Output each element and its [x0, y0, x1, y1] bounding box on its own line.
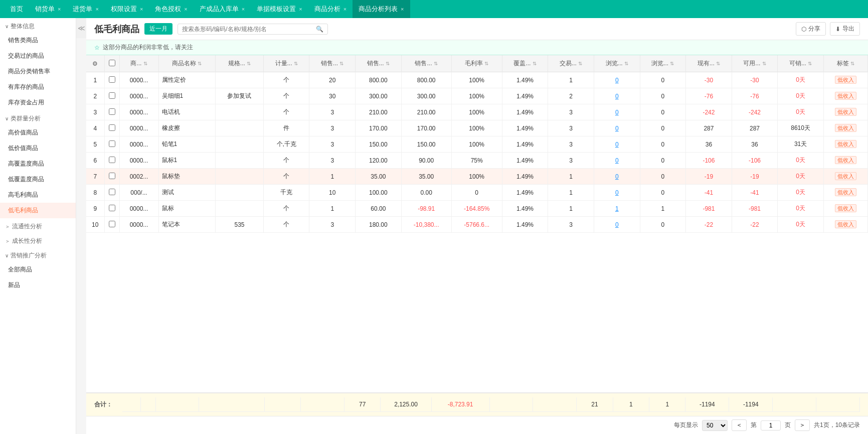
nav-item-permission[interactable]: 权限设置 × — [105, 0, 149, 18]
col-tag[interactable]: 标签 ⇅ — [823, 55, 867, 72]
nav-item-analysis-list[interactable]: 商品分析列表 × — [353, 0, 410, 18]
row-view1[interactable]: 0 — [594, 153, 640, 169]
col-trade[interactable]: 交易... ⇅ — [548, 55, 594, 72]
row-view1[interactable]: 0 — [594, 88, 640, 104]
next-page-button[interactable]: ＞ — [795, 419, 810, 431]
col-view2[interactable]: 浏览... ⇅ — [640, 55, 686, 72]
row-sales-price: 170.00 — [356, 120, 402, 136]
sidebar-item-high-profit[interactable]: 高毛利商品 — [0, 187, 76, 203]
sidebar-item-traded-goods[interactable]: 交易过的商品 — [0, 48, 76, 64]
col-gross-rate[interactable]: 毛利率 ⇅ — [451, 55, 502, 72]
sidebar-item-new-goods[interactable]: 新品 — [0, 277, 76, 293]
col-check[interactable] — [104, 55, 119, 72]
close-icon[interactable]: × — [184, 6, 187, 12]
sort-icon: ⇅ — [434, 61, 438, 66]
top-nav: 首页 销货单 × 进货单 × 权限设置 × 角色授权 × 产成品入库单 × 单据… — [0, 0, 868, 18]
search-input[interactable] — [182, 26, 316, 33]
nav-item-sales[interactable]: 销货单 × — [29, 0, 67, 18]
search-icon[interactable]: 🔍 — [316, 26, 323, 33]
select-all-checkbox[interactable] — [109, 60, 115, 66]
row-view1[interactable]: 0 — [594, 169, 640, 185]
sidebar-item-high-coverage[interactable]: 高覆盖度商品 — [0, 156, 76, 172]
row-current: -41 — [686, 185, 732, 201]
sidebar-item-high-value[interactable]: 高价值商品 — [0, 125, 76, 140]
chevron-down-icon: ∨ — [5, 24, 9, 29]
col-coverage[interactable]: 覆盖... ⇅ — [502, 55, 548, 72]
col-current[interactable]: 现有... ⇅ — [686, 55, 732, 72]
sidebar-item-stocked-goods[interactable]: 有库存的商品 — [0, 79, 76, 95]
table-row: 8 000/... 测试 千克 10 100.00 0.00 0 1.49% 1… — [86, 185, 868, 201]
time-filter-button[interactable]: 近一月 — [144, 23, 172, 35]
export-button[interactable]: ⬇ 导出 — [830, 22, 860, 36]
sidebar-item-all-goods[interactable]: 全部商品 — [0, 262, 76, 277]
nav-item-product-in[interactable]: 产成品入库单 × — [194, 0, 251, 18]
prev-page-button[interactable]: ＜ — [732, 419, 747, 431]
col-sales-qty[interactable]: 销售... ⇅ — [309, 55, 356, 72]
row-no: 3 — [86, 104, 104, 120]
nav-item-product-analysis[interactable]: 商品分析 × — [308, 0, 353, 18]
sidebar-group-overview[interactable]: ∨ 整体信息 — [0, 18, 76, 33]
row-checkbox[interactable] — [104, 201, 119, 217]
nav-item-role[interactable]: 角色授权 × — [149, 0, 193, 18]
row-view1[interactable]: 0 — [594, 217, 640, 233]
nav-item-home[interactable]: 首页 — [4, 0, 29, 18]
row-spec — [216, 185, 264, 201]
page-size-select[interactable]: 50 10 20 100 — [702, 420, 728, 431]
col-name[interactable]: 商品名称 ⇅ — [158, 55, 216, 72]
pagination-bar: 每页显示 50 10 20 100 ＜ 第 页 ＞ 共1页，10条记录 — [86, 416, 868, 434]
sidebar-group-marketing[interactable]: ∨ 营销推广分析 — [0, 247, 76, 262]
row-checkbox[interactable] — [104, 88, 119, 104]
sidebar-group-cluster[interactable]: ∨ 类群量分析 — [0, 110, 76, 125]
row-view1[interactable]: 0 — [594, 104, 640, 120]
share-button[interactable]: ⬡ 分享 — [796, 22, 826, 36]
sidebar-item-category-rate[interactable]: 商品分类销售率 — [0, 64, 76, 79]
sidebar-group-growth[interactable]: ＞ 成长性分析 — [0, 233, 76, 247]
row-spec — [216, 120, 264, 136]
row-view2: 0 — [640, 153, 686, 169]
row-view1[interactable]: 0 — [594, 72, 640, 88]
col-available[interactable]: 可用... ⇅ — [732, 55, 778, 72]
sidebar-collapse-button[interactable]: ≪ — [76, 18, 86, 38]
row-coverage: 1.49% — [502, 88, 548, 104]
sidebar-item-stock-fund[interactable]: 库存资金占用 — [0, 95, 76, 110]
row-checkbox[interactable] — [104, 72, 119, 88]
sidebar-item-low-profit[interactable]: 低毛利商品 — [0, 203, 76, 218]
col-spec[interactable]: 规格... ⇅ — [216, 55, 264, 72]
close-icon[interactable]: × — [242, 6, 245, 12]
col-unit[interactable]: 计量... ⇅ — [263, 55, 309, 72]
sidebar-item-low-value[interactable]: 低价值商品 — [0, 140, 76, 156]
col-settings[interactable]: ⚙ — [86, 55, 104, 72]
sidebar: ∨ 整体信息 销售类商品 交易过的商品 商品分类销售率 有库存的商品 库存资金占… — [0, 18, 76, 434]
close-icon[interactable]: × — [299, 6, 302, 12]
sidebar-item-low-coverage[interactable]: 低覆盖度商品 — [0, 172, 76, 187]
close-icon[interactable]: × — [140, 6, 143, 12]
nav-item-purchase[interactable]: 进货单 × — [67, 0, 104, 18]
sidebar-item-sales-goods[interactable]: 销售类商品 — [0, 33, 76, 48]
page-number-input[interactable] — [761, 420, 781, 430]
row-checkbox[interactable] — [104, 120, 119, 136]
row-checkbox[interactable] — [104, 169, 119, 185]
footer-view2: 1 — [649, 397, 685, 412]
row-checkbox[interactable] — [104, 136, 119, 153]
row-code: 0000... — [119, 104, 158, 120]
nav-item-template[interactable]: 单据模板设置 × — [251, 0, 308, 18]
row-view1[interactable]: 0 — [594, 185, 640, 201]
row-view1[interactable]: 0 — [594, 120, 640, 136]
close-icon[interactable]: × — [401, 6, 404, 12]
col-code[interactable]: 商... ⇅ — [119, 55, 158, 72]
row-checkbox[interactable] — [104, 104, 119, 120]
row-checkbox[interactable] — [104, 217, 119, 233]
col-sales-amount[interactable]: 销售... ⇅ — [401, 55, 451, 72]
row-coverage: 1.49% — [502, 104, 548, 120]
row-view1[interactable]: 1 — [594, 201, 640, 217]
col-sales-price[interactable]: 销售... ⇅ — [356, 55, 402, 72]
row-checkbox[interactable] — [104, 185, 119, 201]
row-view1[interactable]: 0 — [594, 136, 640, 153]
sidebar-group-circulation[interactable]: ＞ 流通性分析 — [0, 218, 76, 233]
row-checkbox[interactable] — [104, 153, 119, 169]
close-icon[interactable]: × — [95, 6, 98, 12]
col-saleable[interactable]: 可销... ⇅ — [778, 55, 824, 72]
col-view1[interactable]: 浏览... ⇅ — [594, 55, 640, 72]
close-icon[interactable]: × — [343, 6, 346, 12]
close-icon[interactable]: × — [58, 6, 61, 12]
